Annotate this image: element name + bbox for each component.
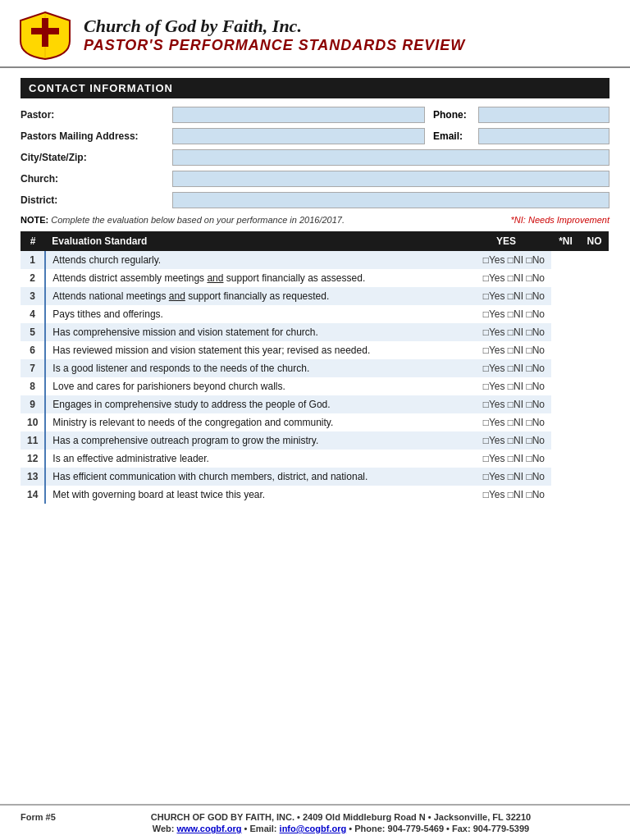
phone-input[interactable] (478, 107, 609, 123)
yes-checkbox[interactable]: □Yes (483, 290, 505, 302)
row-num: 9 (21, 395, 45, 413)
row-standard: Attends national meetings and support fi… (45, 287, 461, 305)
row-standard: Attends church regularly. (45, 251, 461, 269)
no-checkbox[interactable]: □No (526, 254, 545, 266)
no-checkbox[interactable]: □No (526, 308, 545, 320)
ni-checkbox[interactable]: □NI (508, 326, 523, 338)
city-row: City/State/Zip: (21, 149, 609, 166)
address-input[interactable] (172, 128, 425, 144)
note-text: NOTE: Complete the evaluation below base… (21, 215, 345, 225)
yes-checkbox[interactable]: □Yes (483, 254, 505, 266)
no-checkbox[interactable]: □No (526, 363, 545, 374)
table-row: 9 Engages in comprehensive study to addr… (21, 395, 609, 413)
ni-checkbox[interactable]: □NI (508, 399, 523, 410)
ni-checkbox[interactable]: □NI (508, 363, 523, 374)
no-checkbox[interactable]: □No (526, 345, 545, 356)
ni-checkbox[interactable]: □NI (508, 435, 523, 446)
row-options: □Yes □NI □No (461, 359, 551, 377)
table-row: 3 Attends national meetings and support … (21, 287, 609, 305)
form-label: Form #5 (21, 812, 66, 822)
row-options: □Yes □NI □No (461, 468, 551, 486)
table-row: 11 Has a comprehensive outreach program … (21, 431, 609, 450)
ni-checkbox[interactable]: □NI (508, 417, 523, 428)
table-row: 4 Pays tithes and offerings. □Yes □NI □N… (21, 305, 609, 323)
yes-checkbox[interactable]: □Yes (483, 363, 505, 374)
ni-checkbox[interactable]: □NI (508, 453, 523, 464)
row-options: □Yes □NI □No (461, 413, 551, 431)
pastor-input[interactable] (172, 107, 425, 123)
ni-checkbox[interactable]: □NI (508, 381, 523, 392)
yes-checkbox[interactable]: □Yes (483, 471, 505, 482)
footer-links: Web: www.cogbf.org • Email: info@cogbf.o… (72, 824, 609, 833)
row-num: 4 (21, 305, 45, 323)
note-prefix: NOTE: (21, 215, 48, 225)
table-row: 13 Has efficient communication with chur… (21, 468, 609, 486)
ni-checkbox[interactable]: □NI (508, 345, 523, 356)
no-checkbox[interactable]: □No (526, 471, 545, 482)
ni-checkbox[interactable]: □NI (508, 308, 523, 320)
no-checkbox[interactable]: □No (526, 399, 545, 410)
row-options: □Yes □NI □No (461, 395, 551, 413)
city-label: City/State/Zip: (21, 152, 172, 163)
footer-bullet1: • (244, 824, 250, 833)
yes-checkbox[interactable]: □Yes (483, 272, 505, 284)
row-standard: Met with governing board at least twice … (45, 486, 461, 504)
row-standard: Love and cares for parishioners beyond c… (45, 377, 461, 395)
row-num: 3 (21, 287, 45, 305)
footer: Form #5 CHURCH OF GOD BY FAITH, INC. • 2… (0, 804, 630, 840)
no-checkbox[interactable]: □No (526, 489, 545, 500)
yes-checkbox[interactable]: □Yes (483, 435, 505, 446)
footer-org-line: CHURCH OF GOD BY FAITH, INC. • 2409 Old … (72, 812, 609, 822)
ni-checkbox[interactable]: □NI (508, 489, 523, 500)
church-row: Church: (21, 171, 609, 187)
yes-checkbox[interactable]: □Yes (483, 326, 505, 338)
ni-checkbox[interactable]: □NI (508, 272, 523, 284)
ni-checkbox[interactable]: □NI (508, 254, 523, 266)
no-checkbox[interactable]: □No (526, 381, 545, 392)
no-checkbox[interactable]: □No (526, 326, 545, 338)
yes-checkbox[interactable]: □Yes (483, 417, 505, 428)
district-input[interactable] (172, 192, 609, 208)
email-input[interactable] (478, 128, 609, 144)
no-checkbox[interactable]: □No (526, 290, 545, 302)
row-num: 2 (21, 269, 45, 287)
yes-checkbox[interactable]: □Yes (483, 308, 505, 320)
table-row: 1 Attends church regularly. □Yes □NI □No (21, 251, 609, 269)
email-label: Email: (433, 130, 478, 142)
yes-checkbox[interactable]: □Yes (483, 345, 505, 356)
no-checkbox[interactable]: □No (526, 417, 545, 428)
row-num: 11 (21, 431, 45, 450)
row-options: □Yes □NI □No (461, 450, 551, 468)
row-standard: Has comprehensive mission and vision sta… (45, 323, 461, 341)
row-num: 12 (21, 450, 45, 468)
yes-checkbox[interactable]: □Yes (483, 381, 505, 392)
table-row: 10 Ministry is relevant to needs of the … (21, 413, 609, 431)
row-num: 8 (21, 377, 45, 395)
ni-checkbox[interactable]: □NI (508, 290, 523, 302)
yes-checkbox[interactable]: □Yes (483, 399, 505, 410)
yes-checkbox[interactable]: □Yes (483, 453, 505, 464)
no-checkbox[interactable]: □No (526, 272, 545, 284)
row-num: 6 (21, 341, 45, 359)
table-row: 8 Love and cares for parishioners beyond… (21, 377, 609, 395)
contact-section-header: CONTACT INFORMATION (21, 78, 609, 98)
row-standard: Has a comprehensive outreach program to … (45, 431, 461, 450)
row-standard: Attends district assembly meetings and s… (45, 269, 461, 287)
col-header-num: # (21, 231, 45, 251)
table-row: 14 Met with governing board at least twi… (21, 486, 609, 504)
ni-checkbox[interactable]: □NI (508, 471, 523, 482)
no-checkbox[interactable]: □No (526, 435, 545, 446)
footer-web-url[interactable]: www.cogbf.org (177, 824, 242, 833)
footer-email-url[interactable]: info@cogbf.org (280, 824, 347, 833)
header: Church of God by Faith, Inc. PASTOR'S PE… (0, 0, 630, 68)
row-standard: Has efficient communication with church … (45, 468, 461, 486)
footer-fax-value: 904-779-5399 (473, 824, 530, 833)
city-input[interactable] (172, 149, 609, 166)
org-name: Church of God by Faith, Inc. (84, 16, 302, 37)
note-ni: *NI: Needs Improvement (511, 215, 609, 225)
no-checkbox[interactable]: □No (526, 453, 545, 464)
church-input[interactable] (172, 171, 609, 187)
row-standard: Has reviewed mission and vision statemen… (45, 341, 461, 359)
row-options: □Yes □NI □No (461, 269, 551, 287)
yes-checkbox[interactable]: □Yes (483, 489, 505, 500)
